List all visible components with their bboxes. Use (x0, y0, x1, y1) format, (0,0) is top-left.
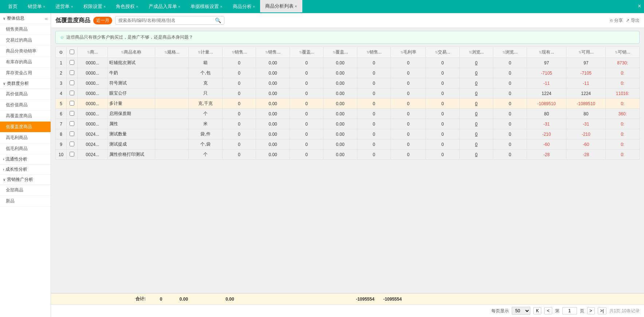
sidebar-item-all-goods[interactable]: 全部商品 (0, 185, 51, 196)
page-number-input[interactable] (562, 307, 577, 314)
sidebar-item-stock-capital[interactable]: 库存资金占用 (0, 68, 51, 79)
row-checkbox[interactable] (67, 139, 78, 150)
nav-purchase[interactable]: 进货单 × (50, 0, 78, 13)
nav-sales[interactable]: 销货单 × (23, 0, 50, 13)
sidebar-category-group-analysis[interactable]: ∨ 类群度分析 (0, 79, 51, 89)
sidebar-item-category-sales-rate[interactable]: 商品分类动销率 (0, 46, 51, 57)
nav-permission-close[interactable]: × (103, 4, 106, 9)
nav-analysis-list-close[interactable]: × (295, 4, 297, 8)
row-browse1[interactable]: 0 (459, 99, 493, 109)
row-name[interactable]: 属性价格打印测试 (107, 150, 155, 160)
col-code[interactable]: ⇅商... (78, 47, 108, 58)
col-name[interactable]: ⇅商品名称 (107, 47, 155, 58)
search-icon[interactable]: 🔍 (215, 17, 221, 23)
row-checkbox[interactable] (67, 68, 78, 78)
sidebar-category-growth[interactable]: › 成长性分析 (0, 165, 51, 175)
col-current[interactable]: ⇅现有... (527, 47, 566, 58)
row-browse1[interactable]: 0 (459, 78, 493, 88)
row-browse1[interactable]: 0 (459, 150, 493, 160)
col-gross-rate[interactable]: ⇅毛利率 (391, 47, 426, 58)
nav-product-analysis-list[interactable]: 商品分析列表 × (260, 0, 302, 13)
row-checkbox[interactable] (67, 99, 78, 109)
row-spec (155, 109, 188, 119)
sidebar-item-low-coverage[interactable]: 低覆盖度商品 (0, 122, 51, 132)
sidebar-category-liquidity[interactable]: › 流通性分析 (0, 154, 51, 165)
row-name[interactable]: 牛奶 (107, 68, 155, 78)
time-filter-badge[interactable]: 近一月 (93, 17, 112, 24)
page-size-select[interactable]: 10 20 50 100 (512, 307, 530, 315)
share-button[interactable]: ⎋ 分享 (610, 17, 623, 24)
nav-role-close[interactable]: × (136, 4, 138, 9)
nav-product-analysis[interactable]: 商品分析 × (228, 0, 260, 13)
sidebar-category-marketing[interactable]: ∨ 营销推广分析 (0, 175, 51, 185)
row-checkbox[interactable] (67, 58, 78, 68)
col-sales-profit[interactable]: ⇅销售... (357, 47, 390, 58)
nav-role[interactable]: 角色授权 × (111, 0, 143, 13)
col-cover1[interactable]: ⇅覆盖... (290, 47, 323, 58)
row-name[interactable]: 多计量 (107, 99, 155, 109)
col-sales-qty[interactable]: ⇅销售... (222, 47, 256, 58)
first-page-button[interactable]: K (533, 307, 541, 314)
row-browse1[interactable]: 0 (459, 139, 493, 150)
sidebar-item-low-value[interactable]: 低价值商品 (0, 100, 51, 111)
row-checkbox[interactable] (67, 150, 78, 160)
row-browse1[interactable]: 0 (459, 68, 493, 78)
sidebar-item-new-goods[interactable]: 新品 (0, 196, 51, 207)
row-checkbox[interactable] (67, 119, 78, 129)
col-sellable[interactable]: ⇅可销... (606, 47, 640, 58)
row-checkbox[interactable] (67, 78, 78, 88)
row-browse1[interactable]: 0 (459, 109, 493, 119)
row-name[interactable]: 旺辅批次测试 (107, 58, 155, 68)
row-checkbox[interactable] (67, 88, 78, 99)
sidebar-item-high-coverage[interactable]: 高覆盖度商品 (0, 111, 51, 122)
row-cover1: 0 (290, 58, 323, 68)
row-browse1[interactable]: 0 (459, 88, 493, 99)
nav-sales-close[interactable]: × (43, 4, 45, 9)
row-name[interactable]: 测试提成 (107, 139, 155, 150)
nav-home[interactable]: 首页 (3, 0, 23, 13)
row-browse1[interactable]: 0 (459, 58, 493, 68)
nav-product-close[interactable]: × (178, 4, 180, 9)
export-button[interactable]: ↗ 导出 (626, 17, 640, 24)
sidebar-item-traded-goods[interactable]: 交易过的商品 (0, 35, 51, 46)
col-settings[interactable]: ⚙ (56, 47, 67, 58)
col-unit[interactable]: ⇅计量... (189, 47, 222, 58)
last-page-button[interactable]: >| (598, 307, 606, 314)
sidebar-item-high-value[interactable]: 高价值商品 (0, 89, 51, 100)
col-available[interactable]: ⇅可用... (566, 47, 606, 58)
prev-page-button[interactable]: < (544, 307, 552, 314)
row-name[interactable]: 眼宝公仔 (107, 88, 155, 99)
nav-purchase-close[interactable]: × (71, 4, 73, 9)
nav-product-inbound[interactable]: 产成品入库单 × (144, 0, 185, 13)
row-browse1[interactable]: 0 (459, 119, 493, 129)
row-name[interactable]: 测试数量 (107, 129, 155, 139)
col-spec[interactable]: ⇅规格... (155, 47, 188, 58)
row-checkbox[interactable] (67, 129, 78, 139)
next-page-button[interactable]: > (587, 307, 595, 314)
row-unit: 克,千克 (189, 99, 222, 109)
row-name[interactable]: 属性 (107, 119, 155, 129)
col-browse2[interactable]: ⇅浏览... (493, 47, 527, 58)
settings-icon[interactable]: ⚙ (59, 50, 63, 55)
nav-permission[interactable]: 权限设置 × (78, 0, 111, 13)
col-trade[interactable]: ⇅交易... (426, 47, 459, 58)
sidebar-collapse-button[interactable]: « (45, 16, 48, 21)
row-checkbox[interactable] (67, 109, 78, 119)
col-browse1[interactable]: ⇅浏览... (459, 47, 493, 58)
nav-template-close[interactable]: × (220, 4, 222, 9)
sidebar-overall-header[interactable]: ∨ 整体信息 « (0, 13, 51, 24)
sidebar-item-low-margin[interactable]: 低毛利商品 (0, 143, 51, 154)
nav-template[interactable]: 单据模板设置 × (185, 0, 227, 13)
search-input[interactable] (118, 18, 215, 23)
nav-analysis-close[interactable]: × (253, 4, 255, 9)
window-close-button[interactable]: × (638, 3, 641, 9)
sidebar-item-in-stock[interactable]: 有库存的商品 (0, 57, 51, 68)
col-cover2[interactable]: ⇅覆盖... (323, 47, 357, 58)
sidebar-item-high-margin[interactable]: 高毛利商品 (0, 132, 51, 143)
sidebar-item-sales-goods[interactable]: 销售类商品 (0, 24, 51, 35)
row-browse1[interactable]: 0 (459, 129, 493, 139)
row-name[interactable]: 启用保质期 (107, 109, 155, 119)
row-name[interactable]: 符号测试 (107, 78, 155, 88)
select-all-checkbox[interactable] (70, 49, 74, 54)
col-sales-amount[interactable]: ⇅销售... (256, 47, 290, 58)
